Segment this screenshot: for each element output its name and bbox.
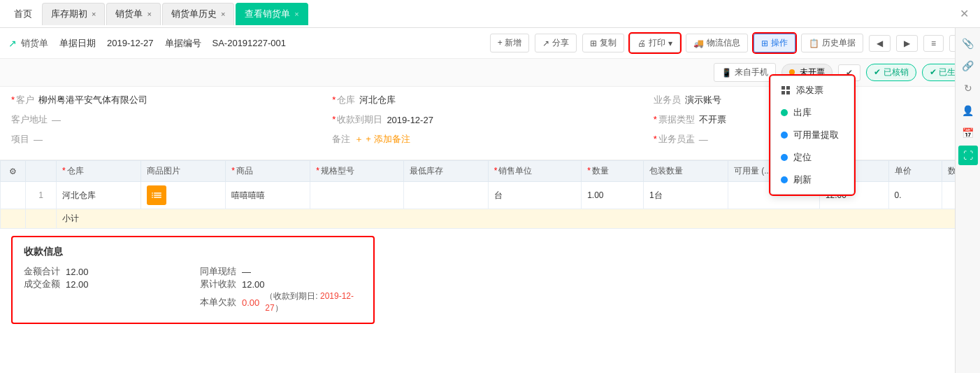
- cumulative-row: 累计收款 12.00: [200, 278, 362, 290]
- transaction-amount-label: 成交金额: [24, 278, 60, 290]
- balance-note: （收款到期日: 2019-12-27）: [265, 290, 362, 314]
- subtotal-label-cell: 小计: [57, 209, 980, 229]
- locate-dot: [781, 154, 788, 161]
- available-qty-label: 可用量提取: [793, 129, 839, 141]
- tab-view-sales-label: 查看销货单: [245, 8, 290, 20]
- right-icon-calendar[interactable]: 📅: [958, 123, 978, 143]
- add-note-label: + 添加备注: [366, 133, 410, 146]
- transaction-amount-value: 12.00: [66, 279, 89, 290]
- new-button[interactable]: + 新增: [490, 34, 529, 52]
- tab-sales-history-close[interactable]: ×: [221, 10, 225, 18]
- payment-info-title: 收款信息: [24, 246, 362, 258]
- col-product: *商品: [226, 161, 310, 182]
- row-sales-unit-cell: 台: [488, 182, 581, 209]
- right-icon-attachment[interactable]: 📎: [958, 34, 978, 53]
- dropdown-locate[interactable]: 定位: [771, 146, 853, 169]
- col-spec: *规格型号: [310, 161, 403, 182]
- tab-view-sales-close[interactable]: ×: [294, 10, 298, 18]
- mobile-icon: 📱: [721, 68, 732, 78]
- share-icon: ↗: [542, 38, 549, 48]
- doc-meta: 单据日期 2019-12-27 单据编号 SA-20191227-001: [59, 37, 286, 50]
- right-icon-rotate[interactable]: ↻: [958, 78, 978, 98]
- tab-sales-history[interactable]: 销货单历史 ×: [162, 3, 234, 25]
- window-close-button[interactable]: ✕: [954, 7, 974, 20]
- tab-sales-order[interactable]: 销货单 ×: [106, 3, 160, 25]
- tab-home[interactable]: 首页: [6, 3, 41, 25]
- row-product-img-cell: [141, 182, 226, 209]
- payment-info-right: 同单现结 — 累计收款 12.00 本单欠款 0.00 （收款到期日: 2019…: [200, 265, 362, 314]
- operation-button[interactable]: ⊞ 操作: [754, 34, 795, 52]
- cumulative-label: 累计收款: [200, 278, 236, 290]
- staff-label: 业务员: [654, 94, 681, 106]
- same-order-value: —: [242, 267, 251, 277]
- svg-rect-3: [786, 91, 790, 94]
- balance-row: 本单欠款 0.00 （收款到期日: 2019-12-27）: [200, 290, 362, 314]
- right-icon-user[interactable]: 👤: [958, 101, 978, 120]
- cumulative-value: 12.00: [242, 279, 265, 290]
- doc-toolbar: + 新增 ↗ 分享 ⊞ 复制 🖨 打印 ▾ 🚚 物流信息: [490, 34, 972, 52]
- row-min-stock-cell: [403, 182, 488, 209]
- address-label: 客户地址: [11, 113, 48, 126]
- amount-total-value: 12.00: [66, 267, 89, 277]
- right-icon-link[interactable]: 🔗: [958, 56, 978, 76]
- row-quantity-cell: 1.00: [582, 182, 644, 209]
- effective-icon: ✔: [930, 67, 937, 77]
- outbound-label: 出库: [793, 106, 812, 119]
- main-area: ↗ 销货单 单据日期 2019-12-27 单据编号 SA-20191227-0…: [0, 28, 980, 373]
- history-label: 历史单据: [822, 37, 856, 49]
- dropdown-refresh[interactable]: 刷新: [771, 169, 853, 191]
- available-qty-dot: [781, 132, 788, 139]
- subtotal-row: 小计: [1, 209, 980, 229]
- tab-bar: 首页 库存期初 × 销货单 × 销货单历史 × 查看销货单 × ✕: [0, 0, 980, 28]
- col-settings[interactable]: ⚙: [1, 161, 26, 182]
- col-unit-price: 单价: [888, 161, 942, 182]
- same-order-row: 同单现结 —: [200, 265, 362, 278]
- note-group: 备注 ＋ + 添加备注: [332, 133, 647, 146]
- from-mobile-button[interactable]: 📱 来自手机: [714, 63, 776, 82]
- right-icon-expand[interactable]: ⛶: [958, 146, 978, 165]
- nav-next-button[interactable]: ▶: [896, 35, 918, 52]
- dropdown-available-qty[interactable]: 可用量提取: [771, 124, 853, 146]
- doc-type-icon: ↗: [8, 38, 17, 49]
- col-product-img: 商品图片: [141, 161, 226, 182]
- row-warehouse-cell: 河北仓库: [57, 182, 141, 209]
- add-note-button[interactable]: ＋ + 添加备注: [354, 133, 410, 146]
- transaction-amount-row: 成交金额 12.00: [24, 278, 186, 290]
- customer-label: 客户: [11, 94, 34, 106]
- customer-group: 客户 柳州粤港平安气体有限公司: [11, 94, 326, 106]
- doc-number-value: SA-20191227-001: [212, 38, 287, 48]
- add-invoice-icon: [781, 85, 791, 95]
- share-button[interactable]: ↗ 分享: [535, 34, 577, 52]
- operation-icon: ⊞: [761, 38, 768, 48]
- dropdown-outbound[interactable]: 出库: [771, 101, 853, 124]
- row-settings-cell: [1, 182, 26, 209]
- right-panel: 📎 🔗 ↻ 👤 📅 ⛶: [955, 28, 980, 373]
- balance-label: 本单欠款: [200, 296, 236, 309]
- logistics-button[interactable]: 🚚 物流信息: [686, 34, 748, 52]
- history-button[interactable]: 📋 历史单据: [801, 34, 863, 52]
- col-warehouse: *仓库: [57, 161, 141, 182]
- history-icon: 📋: [809, 38, 819, 48]
- outbound-dot: [781, 109, 788, 116]
- tab-inventory-init[interactable]: 库存期初 ×: [42, 3, 105, 25]
- warehouse-group: 仓库 河北仓库: [332, 94, 647, 106]
- locate-label: 定位: [793, 151, 812, 164]
- payment-info-grid: 金额合计 12.00 成交金额 12.00 同单现结 — 累计收款: [24, 265, 362, 314]
- tab-sales-order-close[interactable]: ×: [147, 10, 151, 18]
- verified-button[interactable]: ✔ 已核销: [866, 64, 916, 81]
- doc-date-label: 单据日期: [59, 37, 96, 50]
- nav-prev-button[interactable]: ◀: [869, 35, 891, 52]
- print-button[interactable]: 🖨 打印 ▾: [630, 34, 680, 52]
- tab-view-sales[interactable]: 查看销货单 ×: [236, 3, 308, 25]
- ticket-type-value: 不开票: [699, 113, 726, 126]
- dropdown-add-invoice[interactable]: 添发票: [771, 79, 853, 101]
- amount-total-row: 金额合计 12.00: [24, 265, 186, 278]
- copy-button[interactable]: ⊞ 复制: [582, 34, 624, 52]
- payment-date-value: 2019-12-27: [387, 115, 433, 125]
- doc-date-value: 2019-12-27: [107, 38, 154, 48]
- view-list-button[interactable]: ≡: [923, 35, 944, 52]
- tab-inventory-init-close[interactable]: ×: [92, 10, 96, 18]
- col-min-stock: 最低库存: [403, 161, 488, 182]
- tab-sales-order-label: 销货单: [115, 8, 143, 20]
- project-label: 项目: [11, 133, 29, 146]
